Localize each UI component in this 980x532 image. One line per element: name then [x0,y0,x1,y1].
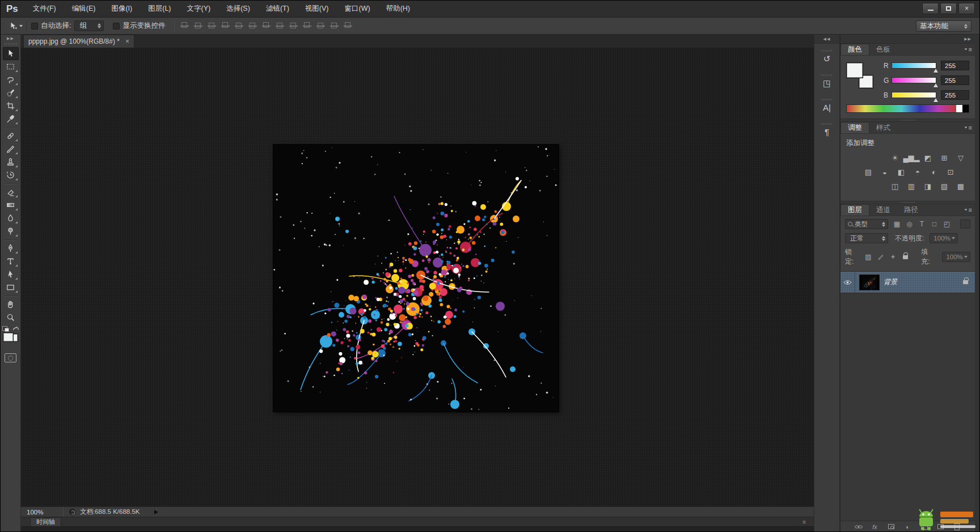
lock-all-icon[interactable] [901,253,910,261]
filter-smart-object-icon[interactable]: ◰ [941,219,952,229]
threshold-icon[interactable]: ◨ [922,181,934,192]
selective-color-icon[interactable]: ▩ [954,181,967,192]
eyedropper-tool[interactable] [3,112,19,125]
slider-thumb-icon[interactable] [933,69,938,73]
curves-icon[interactable]: ◩ [922,153,934,163]
black-swatch[interactable] [962,105,969,112]
history-brush-tool[interactable] [3,168,19,181]
filter-kind-dropdown[interactable]: 类型 [845,219,888,229]
spectrum-gradient[interactable] [847,105,956,112]
layer-list-empty-area[interactable] [840,293,975,521]
collapse-panels-icon[interactable]: ▶▶ [840,35,975,44]
fill-dropdown[interactable]: 100% [942,252,970,262]
posterize-icon[interactable]: ▥ [905,181,918,192]
expand-panels-icon[interactable]: ◀◀ [814,35,839,44]
menu-edit[interactable]: 编辑(E) [64,1,104,17]
quick-mask-button[interactable] [5,353,16,362]
color-balance-icon[interactable]: ◒ [878,167,891,178]
show-transform-checkbox[interactable] [113,23,120,29]
menu-layer[interactable]: 图层(L) [140,1,179,17]
photo-filter-icon[interactable]: ◓ [911,167,924,178]
type-tool[interactable] [3,255,19,268]
menu-select[interactable]: 选择(S) [218,1,258,17]
green-slider[interactable] [892,77,936,83]
timeline-grip-icon[interactable]: ≡ [802,519,806,525]
panel-menu-icon[interactable]: ≡ [964,46,972,53]
vibrance-icon[interactable]: ▽ [954,153,967,163]
timeline-tab[interactable]: 时间轴 [30,517,61,526]
clone-stamp-tool[interactable] [3,155,19,168]
invert-icon[interactable]: ◫ [889,181,901,192]
panel-menu-icon[interactable]: ≡ [964,206,972,213]
history-panel-button[interactable]: ↺ [816,45,838,68]
eraser-tool[interactable] [3,185,19,199]
filter-type-layers-icon[interactable]: T [916,219,927,229]
lasso-tool[interactable] [3,73,19,86]
filter-pixel-layers-icon[interactable]: ▦ [892,219,902,229]
properties-panel-button[interactable]: ◳ [816,70,838,92]
maximize-button[interactable] [940,3,957,14]
tab-color[interactable]: 颜色 [840,44,869,55]
tab-swatches[interactable]: 色板 [869,44,897,55]
red-value-field[interactable]: 255 [941,61,969,70]
workspace-switcher-button[interactable]: 基本功能 [916,20,971,32]
quick-selection-tool[interactable] [3,86,19,99]
add-layer-mask-icon[interactable] [887,523,896,531]
spot-healing-brush-tool[interactable] [3,129,19,142]
tool-preset-picker[interactable] [5,20,27,32]
dodge-tool[interactable] [3,225,19,238]
minimize-button[interactable] [922,3,939,14]
brightness-contrast-icon[interactable]: ☀ [889,153,901,163]
menu-filter[interactable]: 滤镜(T) [258,1,297,17]
slider-thumb-icon[interactable] [933,98,938,102]
filter-adjustment-layers-icon[interactable]: ◎ [904,219,915,229]
color-spectrum-ramp[interactable] [846,104,969,113]
blue-slider[interactable] [892,92,936,98]
tab-channels[interactable]: 通道 [869,204,897,216]
sync-status-icon[interactable] [69,509,75,515]
toolbar-collapse-icon[interactable]: ▶▶ [7,36,14,41]
auto-select-checkbox[interactable] [31,23,38,29]
rectangle-shape-tool[interactable] [3,281,19,294]
exposure-icon[interactable]: ⊞ [938,153,951,163]
close-tab-icon[interactable]: × [125,37,129,45]
hand-tool[interactable] [3,298,19,311]
menu-image[interactable]: 图像(I) [103,1,140,17]
lock-paint-icon[interactable] [876,253,885,261]
layer-thumbnail[interactable] [860,275,879,290]
zoom-level-field[interactable]: 100% [24,509,47,516]
foreground-color-swatch[interactable] [3,332,14,342]
canvas-pasteboard[interactable] [21,48,814,506]
red-slider[interactable] [892,62,936,69]
menu-view[interactable]: 视图(V) [297,1,337,17]
levels-icon[interactable]: ▄▆▂ [905,153,918,163]
black-white-icon[interactable]: ◧ [895,167,907,178]
layer-filter-toggle[interactable] [960,219,970,229]
status-options-arrow-icon[interactable] [154,510,158,514]
document-tab[interactable]: ppppp.jpg @ 100%(RGB/8#) * × [23,35,134,48]
blue-value-field[interactable]: 255 [941,90,969,100]
green-value-field[interactable]: 255 [941,75,969,85]
tab-paths[interactable]: 路径 [897,204,925,216]
close-button[interactable]: × [958,3,975,14]
rectangular-marquee-tool[interactable] [3,60,19,73]
default-colors-icon[interactable] [2,326,7,331]
canvas-image[interactable] [273,145,559,412]
layer-style-icon[interactable]: fx [871,523,880,531]
paragraph-panel-button[interactable]: ¶ [816,119,838,141]
path-selection-tool[interactable] [3,268,19,281]
menu-type[interactable]: 文字(Y) [179,1,219,17]
pen-tool[interactable] [3,242,19,255]
opacity-dropdown[interactable]: 100% [930,233,958,243]
slider-thumb-icon[interactable] [933,83,938,87]
blend-mode-dropdown[interactable]: 正常 [845,233,888,243]
new-adjustment-layer-icon[interactable]: ◐ [903,523,913,531]
lock-position-icon[interactable]: + [889,253,898,261]
white-swatch[interactable] [956,105,962,112]
auto-select-target-dropdown[interactable]: 组 [74,20,104,31]
tab-layers[interactable]: 图层 [840,204,869,216]
menu-window[interactable]: 窗口(W) [337,1,378,17]
brush-tool[interactable] [3,142,19,155]
gradient-map-icon[interactable]: ▧ [938,181,951,192]
tab-styles[interactable]: 样式 [869,122,897,133]
